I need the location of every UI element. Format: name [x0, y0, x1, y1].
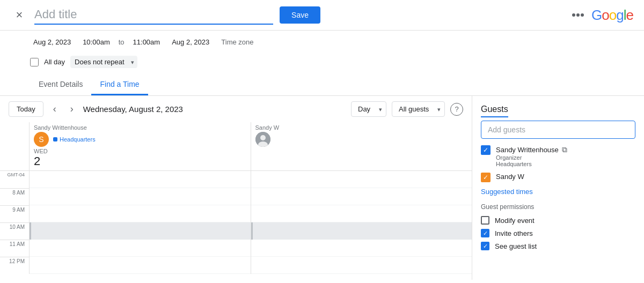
- perm-item-modify-event: Modify event: [481, 216, 635, 225]
- guest-role-sandy-writtenhouse: Organizer: [496, 154, 635, 161]
- permissions-title: Guest permissions: [481, 203, 635, 211]
- calendar-area: Today ‹ › Wednesday, August 2, 2023 Day …: [0, 96, 472, 280]
- time-label-gmt: GMT-04: [0, 171, 29, 188]
- perm-checkbox-see-guest-list[interactable]: [481, 242, 489, 250]
- cal-col-1[interactable]: [29, 171, 251, 274]
- guest-name-sandy-writtenhouse: Sandy Writtenhouse: [496, 146, 559, 154]
- guest-name-sandy-w: Sandy W: [496, 173, 524, 181]
- perm-label-invite-others: Invite others: [495, 229, 533, 237]
- prev-button[interactable]: ‹: [49, 101, 61, 117]
- tab-event-details[interactable]: Event Details: [30, 75, 91, 95]
- help-button[interactable]: ?: [450, 103, 463, 116]
- main-content: Today ‹ › Wednesday, August 2, 2023 Day …: [0, 96, 644, 280]
- allday-label: All day: [44, 58, 65, 66]
- calendar-body: GMT-04 8 AM 9 AM 10 AM 11 AM 12 PM: [0, 171, 472, 274]
- col-day-num: 2: [34, 154, 251, 168]
- add-guests-input[interactable]: [481, 121, 635, 139]
- guest-info-sandy-writtenhouse: Sandy Writtenhouse ⧉ Organizer Headquart…: [496, 145, 635, 167]
- busy-block-1: [30, 222, 251, 240]
- today-button[interactable]: Today: [9, 101, 43, 117]
- calendar-date-label: Wednesday, August 2, 2023: [83, 105, 346, 114]
- guest-item-sandy-writtenhouse: Sandy Writtenhouse ⧉ Organizer Headquart…: [481, 145, 635, 167]
- tabs-row: Event Details Find a Time: [0, 75, 644, 96]
- slot: [251, 205, 472, 222]
- google-apps-button[interactable]: [572, 13, 585, 17]
- slot: [251, 188, 472, 205]
- google-logo: Google: [591, 7, 633, 24]
- slot: [30, 240, 251, 257]
- slot: [30, 205, 251, 222]
- repeat-select[interactable]: Does not repeat: [70, 56, 137, 68]
- end-date-button[interactable]: Aug 2, 2023: [169, 37, 213, 47]
- time-gutter: GMT-04 8 AM 9 AM 10 AM 11 AM 12 PM: [0, 171, 29, 274]
- cal-col-2[interactable]: [251, 171, 472, 274]
- header: × Save Google: [0, 0, 644, 31]
- perm-item-see-guest-list: See guest list: [481, 242, 635, 250]
- perm-checkbox-modify-event[interactable]: [481, 216, 489, 225]
- calendar-column-headers: Sandy Writtenhouse S Headquarters WED 2 …: [0, 122, 472, 171]
- guest-check-sandy-writtenhouse[interactable]: [481, 145, 491, 155]
- guest-org-sandy-writtenhouse: Headquarters: [496, 161, 635, 167]
- time-label-8am: 8 AM: [0, 188, 29, 205]
- allday-row: All day Does not repeat: [0, 54, 644, 75]
- svg-point-1: [260, 135, 266, 140]
- title-input[interactable]: [34, 5, 273, 25]
- slot: [251, 240, 472, 257]
- perm-item-invite-others: Invite others: [481, 229, 635, 237]
- guest-item-sandy-w: Sandy W: [481, 173, 635, 182]
- slot: [30, 188, 251, 205]
- timezone-button[interactable]: Time zone: [218, 37, 257, 47]
- allday-checkbox[interactable]: [30, 58, 39, 66]
- sidebar: Guests Sandy Writtenhouse ⧉ Organizer He…: [472, 96, 644, 280]
- end-time-button[interactable]: 11:00am: [130, 37, 164, 47]
- view-select[interactable]: Day: [351, 101, 386, 117]
- save-button[interactable]: Save: [280, 6, 320, 24]
- sandy-w-avatar: S: [34, 132, 49, 147]
- col-header-sandy-writtenhouse: Sandy Writtenhouse S Headquarters WED 2: [29, 122, 251, 170]
- guests-section-title: Guests: [481, 105, 508, 117]
- start-time-button[interactable]: 10:00am: [79, 37, 113, 47]
- calendar-columns: [29, 171, 472, 274]
- time-label-10am: 10 AM: [0, 222, 29, 240]
- start-date-button[interactable]: Aug 2, 2023: [30, 37, 74, 47]
- hq-dot-icon: [53, 137, 57, 142]
- calendar-toolbar: Today ‹ › Wednesday, August 2, 2023 Day …: [0, 96, 472, 122]
- copy-icon-sandy-writtenhouse[interactable]: ⧉: [562, 145, 567, 154]
- slot: [30, 257, 251, 274]
- guest-info-sandy-w: Sandy W: [496, 173, 635, 181]
- to-label: to: [119, 38, 125, 46]
- time-label-12pm: 12 PM: [0, 257, 29, 274]
- sandy-w2-avatar: [255, 132, 270, 147]
- hq-label: Headquarters: [53, 136, 96, 143]
- sandy-w-col-name: Sandy Writtenhouse: [34, 124, 87, 131]
- suggested-times-link[interactable]: Suggested times: [481, 188, 635, 196]
- datetime-row: Aug 2, 2023 10:00am to 11:00am Aug 2, 20…: [0, 31, 644, 54]
- tab-find-a-time[interactable]: Find a Time: [91, 75, 148, 95]
- slot: [251, 257, 472, 274]
- busy-block-2: [251, 222, 472, 240]
- sandy-w2-col-name: Sandy W: [255, 124, 280, 131]
- next-button[interactable]: ›: [66, 101, 78, 117]
- col-day-abbr: WED: [34, 148, 251, 154]
- perm-label-see-guest-list: See guest list: [495, 242, 537, 250]
- perm-label-modify-event: Modify event: [495, 217, 535, 225]
- slot: [30, 171, 251, 188]
- time-label-11am: 11 AM: [0, 240, 29, 257]
- perm-checkbox-invite-others[interactable]: [481, 229, 489, 237]
- guests-view-select[interactable]: All guests: [392, 101, 445, 117]
- close-button[interactable]: ×: [11, 6, 28, 24]
- guest-check-sandy-w[interactable]: [481, 173, 491, 182]
- time-label-9am: 9 AM: [0, 205, 29, 222]
- slot: [251, 171, 472, 188]
- col-header-sandy-w: Sandy W: [251, 122, 472, 170]
